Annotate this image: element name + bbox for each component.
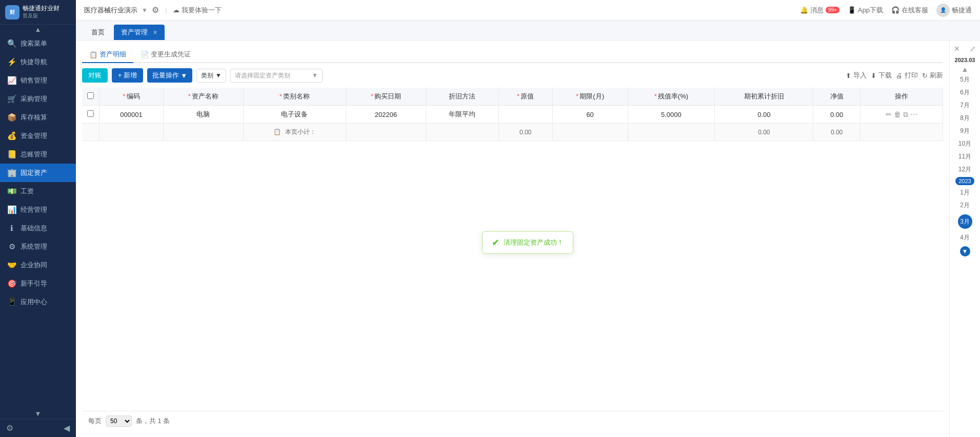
operations-icon: 📊: [7, 205, 16, 214]
print-label: 打印: [905, 71, 918, 80]
app-download-btn[interactable]: 📱 App下载: [848, 6, 883, 15]
tab-asset-mgmt-close[interactable]: ✕: [153, 29, 157, 35]
sidebar-item-finance[interactable]: 💰资金管理: [0, 127, 76, 145]
timeline-scroll-down-circle[interactable]: ▼: [960, 246, 970, 256]
sidebar-item-quick-nav[interactable]: ⚡快捷导航: [0, 53, 76, 71]
download-label: 下载: [878, 71, 892, 80]
per-page-select[interactable]: 50 10 20 100: [106, 415, 132, 427]
timeline-month-3-current[interactable]: 3月: [958, 214, 972, 229]
sidebar-item-search[interactable]: 🔍搜索菜单: [0, 34, 76, 53]
sidebar-item-inventory[interactable]: 📦库存核算: [0, 108, 76, 127]
reconcile-btn[interactable]: 对账: [82, 68, 108, 83]
batch-chevron-icon: ▼: [181, 72, 187, 80]
sidebar-item-fixed-assets[interactable]: 🏢固定资产: [0, 164, 76, 182]
subtotal-empty-3: [164, 124, 244, 141]
add-btn[interactable]: + 新增: [112, 68, 143, 83]
timeline-month-12[interactable]: 12月: [950, 163, 980, 176]
messages-btn[interactable]: 🔔 消息 99+: [800, 6, 839, 15]
online-service-btn[interactable]: 🎧 在线客服: [891, 6, 928, 15]
more-row-btn[interactable]: ⋯: [910, 110, 917, 119]
refresh-icon: ↻: [922, 72, 928, 80]
sidebar-item-label-fixed-assets: 固定资产: [21, 168, 47, 177]
sidebar-logo: 财 畅捷通好业财 普及版: [0, 0, 76, 25]
timeline-scroll-up-btn[interactable]: ▲: [962, 65, 969, 73]
sidebar-item-payroll[interactable]: 💵工资: [0, 182, 76, 201]
subtotal-row: 📋 本页小计： 0.00 0.00 0.00: [82, 124, 943, 141]
sidebar-item-beginner[interactable]: 🎯新手引导: [0, 274, 76, 293]
timeline-scroll-down-btn[interactable]: ▼: [960, 244, 970, 259]
sidebar-item-purchase[interactable]: 🛒采购管理: [0, 90, 76, 108]
print-btn[interactable]: 🖨 打印: [896, 71, 918, 80]
import-btn[interactable]: ⬆ 导入: [846, 71, 867, 80]
sidebar-item-label-enterprise: 企业协同: [21, 261, 47, 270]
timeline-month-11[interactable]: 11月: [950, 150, 980, 163]
category-filter[interactable]: 类别 ▼: [196, 69, 226, 83]
experience-btn[interactable]: ☁ 我要体验一下: [173, 6, 222, 15]
timeline-month-2[interactable]: 2月: [950, 199, 980, 212]
timeline-close-btn[interactable]: ✕: [952, 43, 962, 55]
sidebar-item-app-center[interactable]: 📱应用中心: [0, 293, 76, 311]
topbar-right: 🔔 消息 99+ 📱 App下载 🎧 在线客服 👤 畅捷通: [800, 4, 972, 17]
topbar-settings-icon[interactable]: ⚙: [152, 5, 159, 15]
download-btn[interactable]: ⬇ 下载: [871, 71, 892, 80]
timeline-month-6[interactable]: 6月: [950, 86, 980, 99]
subtotal-original: 0.00: [498, 124, 552, 141]
company-dropdown-icon[interactable]: ▼: [142, 7, 148, 14]
copy-row-btn[interactable]: ⧉: [903, 110, 908, 119]
timeline-expand-btn[interactable]: ⤢: [968, 43, 978, 55]
category-input[interactable]: 请选择固定资产类别 ▼: [230, 69, 323, 83]
settings-bottom-icon[interactable]: ⚙: [6, 423, 13, 433]
timeline-month-1[interactable]: 1月: [950, 186, 980, 199]
batch-btn[interactable]: 批量操作 ▼: [147, 68, 192, 83]
pagination-total: 条，共 1 条: [136, 416, 170, 426]
sub-tab-voucher-gen-icon: 📄: [141, 51, 149, 58]
timeline-month-9[interactable]: 9月: [950, 125, 980, 137]
cell-purchase-date: 202206: [346, 106, 426, 124]
topbar: 医疗器械行业演示 ▼ ⚙ | ☁ 我要体验一下 🔔 消息 99+ 📱 App下载…: [76, 0, 980, 21]
asset-table: *编码 *资产名称 *类别名称 *购买日期 折旧方法 *原值 *期限(月) *残…: [82, 88, 943, 411]
subtotal-icon: 📋: [273, 128, 281, 135]
sidebar-scroll-down[interactable]: ▼: [0, 409, 76, 419]
timeline-month-7[interactable]: 7月: [950, 99, 980, 112]
sidebar-items: 🔍搜索菜单⚡快捷导航📈销售管理🛒采购管理📦库存核算💰资金管理📒总账管理🏢固定资产…: [0, 34, 76, 409]
cell-name: 电脑: [164, 106, 244, 124]
sidebar-scroll-up[interactable]: ▲: [0, 25, 76, 34]
delete-row-btn[interactable]: 🗑: [894, 110, 901, 119]
timeline-year-2023[interactable]: 2023: [955, 177, 974, 185]
sidebar-item-system[interactable]: ⚙系统管理: [0, 237, 76, 256]
select-all-checkbox[interactable]: [87, 92, 94, 99]
timeline-month-8[interactable]: 8月: [950, 112, 980, 125]
row-checkbox[interactable]: [87, 110, 94, 117]
tab-asset-mgmt-label: 资产管理: [121, 28, 148, 36]
sidebar-item-operations[interactable]: 📊经营管理: [0, 201, 76, 219]
edit-row-btn[interactable]: ✏: [886, 110, 892, 119]
timeline-month-5[interactable]: 5月: [950, 73, 980, 86]
table-header-checkbox: [82, 88, 99, 106]
sidebar-item-label-app-center: 应用中心: [21, 297, 47, 307]
inventory-icon: 📦: [7, 113, 16, 122]
col-code: *编码: [99, 88, 164, 106]
tab-home[interactable]: 首页: [84, 25, 112, 40]
sidebar-item-label-sales: 销售管理: [21, 76, 47, 85]
sub-tab-asset-detail[interactable]: 📋 资产明细: [82, 47, 133, 63]
sidebar-item-ledger[interactable]: 📒总账管理: [0, 145, 76, 164]
messages-badge: 99+: [826, 7, 839, 13]
timeline-panel: ✕ ⤢ 2023.03 ▲ 5月 6月 7月 8月 9月 10月 11月 12月…: [949, 41, 980, 437]
timeline-month-4[interactable]: 4月: [950, 231, 980, 244]
timeline-month-10[interactable]: 10月: [950, 137, 980, 150]
refresh-btn[interactable]: ↻ 刷新: [922, 71, 943, 80]
col-residual-rate: *残值率(%): [628, 88, 715, 106]
company-name: 医疗器械行业演示: [84, 6, 137, 15]
collapse-sidebar-icon[interactable]: ◀: [64, 423, 70, 433]
sub-tab-voucher-gen[interactable]: 📄 变更生成凭证: [133, 47, 198, 63]
sidebar-item-base-info[interactable]: ℹ基础信息: [0, 219, 76, 237]
sidebar-bottom: ⚙ ◀: [0, 419, 76, 437]
sidebar-item-sales[interactable]: 📈销售管理: [0, 71, 76, 90]
sidebar: 财 畅捷通好业财 普及版 ▲ 🔍搜索菜单⚡快捷导航📈销售管理🛒采购管理📦库存核算…: [0, 0, 76, 437]
refresh-label: 刷新: [930, 71, 943, 80]
sidebar-item-enterprise[interactable]: 🤝企业协同: [0, 256, 76, 274]
cell-residual-rate: 5.0000: [628, 106, 715, 124]
tab-asset-mgmt[interactable]: 资产管理 ✕: [114, 25, 165, 40]
user-profile-btn[interactable]: 👤 畅捷通: [936, 4, 972, 17]
subtotal-empty-1: [82, 124, 99, 141]
